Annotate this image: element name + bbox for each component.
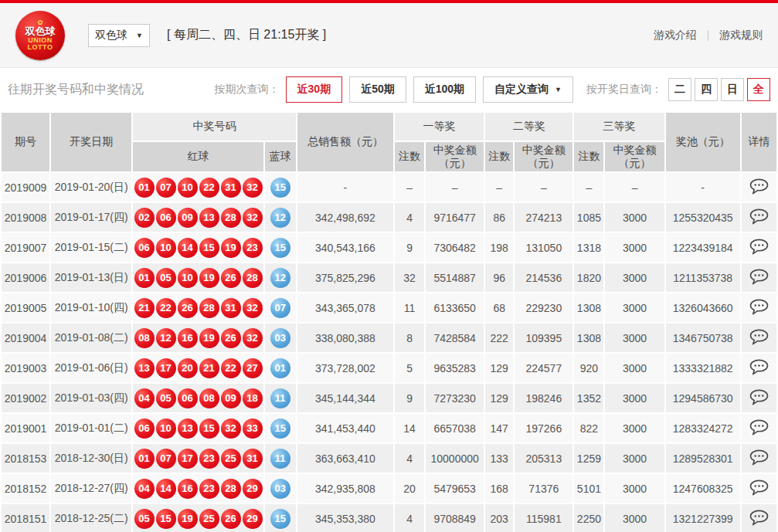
red-ball: 33 (243, 418, 263, 439)
detail-button[interactable] (749, 389, 769, 405)
custom-query-label: 自定义查询 (494, 83, 549, 97)
detail-button[interactable] (749, 329, 769, 345)
day-button-group: 二四日全 (668, 78, 770, 101)
red-ball: 06 (178, 388, 198, 408)
nav-game-intro-link[interactable]: 游戏介绍 (654, 29, 697, 42)
detail-button[interactable] (749, 449, 769, 466)
blue-ball-cell: 07 (265, 293, 296, 322)
detail-button[interactable] (749, 269, 769, 285)
red-ball: 19 (178, 509, 198, 529)
red-ball: 14 (156, 479, 176, 499)
total-sales-cell: - (297, 173, 393, 202)
game-select-dropdown[interactable]: 双色球 ▼ (88, 24, 150, 47)
table-row: 20190022019-01-03(四)04050608091811345,14… (2, 384, 776, 412)
prize-pool-cell: 1294586730 (666, 384, 740, 412)
red-ball: 01 (134, 178, 155, 198)
red-ball: 19 (199, 268, 219, 288)
first-prize-amount-cell: 6657038 (426, 414, 484, 442)
date-cell: 2019-01-20(日) (51, 173, 131, 202)
red-balls-cell: 020609132832 (133, 203, 263, 232)
day-button-四[interactable]: 四 (695, 78, 718, 101)
table-row: 20190082019-01-17(四)02060913283212342,49… (2, 203, 776, 232)
blue-ball: 03 (270, 328, 290, 348)
date-cell: 2019-01-06(日) (51, 354, 131, 382)
period-button-近30期[interactable]: 近30期 (286, 76, 343, 103)
issue-cell: 2019007 (2, 233, 49, 262)
third-prize-count-cell: 5101 (574, 474, 603, 503)
third-prize-amount-cell: 3000 (605, 293, 664, 322)
detail-button[interactable] (749, 479, 769, 496)
col-header-second-amount: 中奖金额（元） (515, 142, 572, 171)
detail-button[interactable] (749, 359, 769, 375)
prize-pool-cell: 1255320435 (666, 203, 740, 232)
first-prize-amount-cell: 9635283 (426, 354, 484, 382)
red-ball: 23 (199, 479, 219, 499)
red-ball: 15 (199, 418, 219, 439)
detail-button[interactable] (749, 239, 769, 255)
day-button-二[interactable]: 二 (668, 78, 691, 101)
red-ball: 20 (178, 358, 198, 378)
detail-button[interactable] (749, 208, 769, 225)
col-header-detail: 详情 (742, 113, 776, 171)
by-period-label: 按期次查询： (215, 83, 280, 97)
detail-cell (742, 324, 776, 352)
day-button-日[interactable]: 日 (721, 78, 744, 101)
third-prize-count-cell: 1318 (574, 233, 603, 262)
red-ball: 05 (134, 509, 155, 529)
chevron-down-icon: ▼ (555, 86, 562, 93)
red-ball: 01 (134, 268, 155, 288)
detail-button[interactable] (749, 419, 769, 435)
nav-game-rules-link[interactable]: 游戏规则 (719, 29, 763, 42)
period-button-近100期[interactable]: 近100期 (413, 76, 476, 103)
col-header-issue: 期号 (2, 113, 49, 171)
date-cell: 2019-01-01(二) (51, 414, 131, 442)
red-ball: 28 (221, 479, 241, 499)
red-ball: 26 (221, 268, 241, 288)
prize-pool-cell: 1289528301 (666, 444, 740, 473)
blue-ball: 15 (270, 509, 290, 529)
third-prize-count-cell: 1308 (574, 324, 603, 352)
col-header-prize-pool: 奖池（元） (666, 113, 740, 171)
col-header-third-amount: 中奖金额（元） (605, 142, 664, 171)
col-header-third-count: 注数 (574, 142, 603, 171)
detail-button[interactable] (749, 178, 769, 195)
comment-bubble-icon (749, 510, 769, 526)
col-header-total-sales: 总销售额（元） (297, 113, 393, 171)
red-ball: 05 (156, 268, 176, 288)
issue-cell: 2018153 (2, 444, 49, 473)
prize-pool-cell: 1223439184 (666, 233, 740, 262)
detail-cell (742, 474, 776, 503)
period-button-近50期[interactable]: 近50期 (349, 76, 406, 103)
blue-ball-cell: 15 (265, 414, 296, 442)
red-ball: 32 (243, 178, 263, 198)
date-cell: 2019-01-17(四) (51, 203, 131, 232)
day-button-全[interactable]: 全 (747, 78, 770, 101)
detail-cell (742, 504, 776, 532)
red-ball: 06 (134, 238, 155, 258)
red-ball: 23 (243, 238, 263, 258)
total-sales-cell: 342,498,692 (297, 203, 393, 232)
detail-cell (742, 263, 776, 292)
detail-button[interactable] (749, 510, 769, 526)
header-nav: 游戏介绍 游戏规则 (654, 29, 763, 42)
second-prize-count-cell: 168 (485, 474, 513, 503)
col-header-second-count: 注数 (485, 142, 513, 171)
third-prize-amount-cell: 3000 (605, 203, 664, 232)
logo-en-text-2: LOTTO (28, 44, 53, 51)
third-prize-count-cell: 1259 (574, 444, 603, 473)
second-prize-amount-cell: – (515, 173, 572, 202)
red-ball: 31 (221, 178, 241, 198)
detail-button[interactable] (749, 299, 769, 315)
custom-query-button[interactable]: 自定义查询 ▼ (483, 76, 573, 103)
comment-bubble-icon (749, 329, 769, 345)
draw-schedule-note: [ 每周二、四、日 21:15开奖 ] (167, 27, 326, 43)
red-ball: 07 (156, 449, 176, 469)
red-balls-cell: 010717232531 (133, 444, 263, 473)
blue-ball: 15 (270, 178, 290, 198)
first-prize-amount-cell: 5479653 (426, 474, 484, 503)
first-prize-count-cell: 32 (395, 263, 424, 292)
red-ball: 19 (199, 328, 219, 348)
red-ball: 26 (178, 298, 198, 318)
detail-cell (742, 173, 776, 202)
third-prize-amount-cell: 3000 (605, 263, 664, 292)
